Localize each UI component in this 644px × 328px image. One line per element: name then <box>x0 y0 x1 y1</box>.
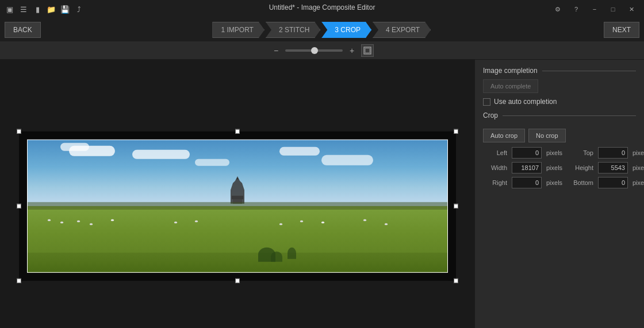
crop-handle-tc[interactable] <box>235 129 240 133</box>
main: Image completion Auto complete Use auto … <box>0 60 644 328</box>
bush-2 <box>271 252 282 262</box>
sheep-1 <box>48 219 51 221</box>
bottom-unit: pixels <box>632 179 644 186</box>
cloud-2 <box>60 143 89 151</box>
back-button[interactable]: BACK <box>5 22 41 38</box>
height-label: Height <box>569 164 593 171</box>
sheep-3 <box>77 221 80 222</box>
save-icon[interactable]: 💾 <box>60 4 70 14</box>
treeline <box>27 202 448 210</box>
publish-icon[interactable]: ⤴ <box>74 4 84 14</box>
sheep-10 <box>321 222 324 223</box>
auto-complete-button[interactable]: Auto complete <box>483 79 538 93</box>
top-unit: pixels <box>632 149 644 156</box>
height-input[interactable] <box>598 162 628 173</box>
zoom-out-button[interactable]: − <box>270 45 282 56</box>
crop-handle-mr[interactable] <box>454 203 458 208</box>
navbar: BACK 1 IMPORT 2 STITCH 3 CROP 4 EXPORT N… <box>0 18 644 41</box>
titlebar-left: ▣ ☰ ▮ 📁 💾 ⤴ <box>5 4 84 14</box>
top-label: Top <box>569 149 593 156</box>
step-crop[interactable]: 3 CROP <box>321 22 371 38</box>
right-panel: Image completion Auto complete Use auto … <box>474 60 644 328</box>
step-1-label: 1 IMPORT <box>221 26 253 34</box>
svg-rect-5 <box>232 196 243 199</box>
panorama-image <box>27 139 448 272</box>
width-label: Width <box>483 164 507 171</box>
step-export[interactable]: 4 EXPORT <box>373 22 431 38</box>
monument <box>227 176 248 204</box>
crop-section: Crop Auto crop No crop Left pixels Top p… <box>483 111 636 188</box>
fit-window-button[interactable] <box>361 44 374 57</box>
right-label: Right <box>483 179 507 186</box>
titlebar-right: ⚙ ? − □ ✕ <box>550 3 639 15</box>
crop-handle-tr[interactable] <box>454 129 458 133</box>
no-crop-button[interactable]: No crop <box>528 129 566 142</box>
titlebar: ▣ ☰ ▮ 📁 💾 ⤴ Untitled* - Image Composite … <box>0 0 644 18</box>
foreground <box>27 253 448 273</box>
auto-crop-button[interactable]: Auto crop <box>483 129 525 142</box>
open-folder-icon[interactable]: 📁 <box>46 4 56 14</box>
step-4-label: 4 EXPORT <box>386 26 420 34</box>
sheep-4 <box>90 223 93 225</box>
zoom-in-button[interactable]: + <box>346 45 358 56</box>
left-field-row: Left pixels <box>483 147 564 159</box>
use-auto-completion-row: Use auto completion <box>483 98 636 106</box>
minimize-button[interactable]: − <box>586 3 603 15</box>
crop-title: Crop <box>483 111 636 119</box>
new-doc-icon[interactable]: ▣ <box>5 4 15 14</box>
sheep-11 <box>363 219 366 221</box>
crop-buttons: Auto crop No crop <box>483 129 636 142</box>
next-button[interactable]: NEXT <box>604 22 639 38</box>
close-button[interactable]: ✕ <box>623 3 639 15</box>
sheep-2 <box>60 222 63 223</box>
toolbar: − + <box>0 41 644 60</box>
maximize-button[interactable]: □ <box>605 3 621 15</box>
crop-handle-ml[interactable] <box>17 203 21 208</box>
sheep-6 <box>174 222 177 223</box>
width-input[interactable] <box>512 162 542 173</box>
crop-handle-bc[interactable] <box>235 278 240 283</box>
use-auto-completion-label: Use auto completion <box>494 98 557 106</box>
step-stitch[interactable]: 2 STITCH <box>266 22 320 38</box>
svg-rect-1 <box>365 48 370 53</box>
crop-handle-bl[interactable] <box>17 278 21 283</box>
height-field-row: Height pixels <box>569 162 644 173</box>
step-import[interactable]: 1 IMPORT <box>212 22 264 38</box>
right-field-row: Right pixels <box>483 177 564 188</box>
left-unit: pixels <box>546 149 564 156</box>
left-input[interactable] <box>512 147 542 159</box>
top-input[interactable] <box>598 147 628 159</box>
zoom-slider[interactable] <box>285 49 343 52</box>
bottom-input[interactable] <box>598 177 628 188</box>
bottom-label: Bottom <box>569 179 593 186</box>
width-field-row: Width pixels <box>483 162 564 173</box>
crop-fields-grid: Left pixels Top pixels Width pixels Heig… <box>483 147 636 188</box>
bottom-field-row: Bottom pixels <box>569 177 644 188</box>
settings-icon[interactable]: ⚙ <box>550 3 566 15</box>
image-completion-title: Image completion <box>483 67 636 75</box>
cloud-6 <box>195 159 229 166</box>
layers-icon[interactable]: ☰ <box>18 4 29 14</box>
step-2-label: 2 STITCH <box>279 26 309 34</box>
canvas-area[interactable] <box>0 60 474 328</box>
width-unit: pixels <box>546 164 564 171</box>
crop-outer <box>19 131 456 280</box>
right-input[interactable] <box>512 177 542 188</box>
right-unit: pixels <box>546 179 564 186</box>
image-container <box>19 131 456 280</box>
step-3-label: 3 CROP <box>335 26 361 34</box>
help-icon[interactable]: ? <box>568 3 584 15</box>
image-completion-section: Image completion Auto complete Use auto … <box>483 67 636 106</box>
crop-handle-tl[interactable] <box>17 129 21 133</box>
crop-handle-br[interactable] <box>454 278 458 283</box>
window-title: Untitled* - Image Composite Editor <box>269 3 375 11</box>
use-auto-completion-checkbox[interactable] <box>483 98 490 106</box>
save-copy-icon[interactable]: ▮ <box>32 4 43 14</box>
zoom-thumb[interactable] <box>311 47 318 54</box>
cloud-4 <box>279 147 320 156</box>
sheep-7 <box>195 221 198 222</box>
bush-3 <box>288 248 296 259</box>
fit-icon <box>363 47 371 55</box>
steps-container: 1 IMPORT 2 STITCH 3 CROP 4 EXPORT <box>41 22 604 38</box>
left-label: Left <box>483 149 507 156</box>
